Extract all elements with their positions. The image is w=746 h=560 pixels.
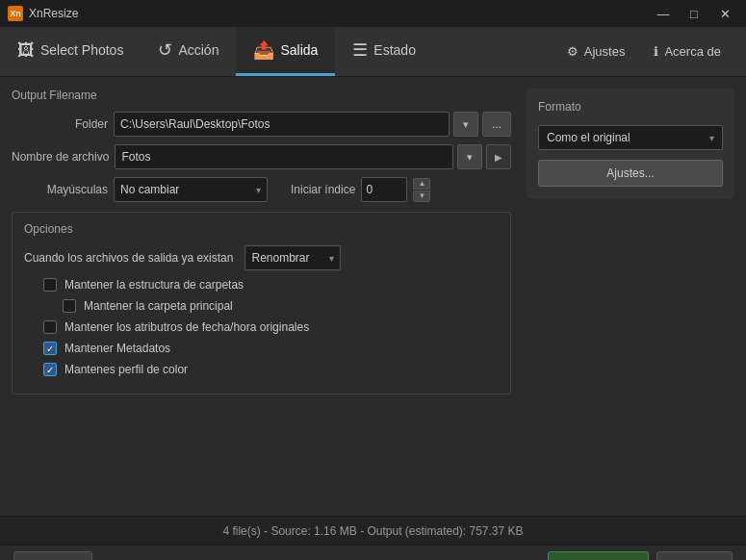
mantener-principal-checkbox[interactable] bbox=[63, 299, 76, 313]
nombre-label: Nombre de archivo bbox=[12, 150, 109, 164]
close-button[interactable]: ✕ bbox=[711, 4, 738, 23]
formato-dropdown[interactable]: Como el original ▾ bbox=[538, 125, 723, 150]
nombre-input[interactable] bbox=[115, 144, 453, 169]
opciones-title: Opciones bbox=[24, 222, 499, 236]
ajustes-label: Ajustes bbox=[584, 44, 626, 59]
nombre-group: ▾ ▶ bbox=[115, 144, 511, 169]
bottom-right: ▣ Convert Cerrar bbox=[548, 551, 733, 561]
nombre-play-btn[interactable]: ▶ bbox=[486, 144, 511, 169]
cuando-arrow-icon: ▾ bbox=[329, 253, 334, 264]
ajustes-gear-icon: ⚙ bbox=[567, 44, 579, 59]
mantener-atributos-row: Mantener los atributros de fecha/hora or… bbox=[24, 320, 499, 334]
mantener-metadatos-label: Mantener Metadatos bbox=[64, 342, 170, 355]
formato-arrow-icon: ▾ bbox=[709, 133, 714, 143]
main-content: Output Filename Folder ▾ ... Nombre de a… bbox=[0, 77, 746, 516]
toolbar-estado[interactable]: ☰ Estado bbox=[335, 27, 433, 76]
opciones-section: Opciones Cuando los archivos de salida y… bbox=[12, 212, 511, 395]
toolbar-spacer bbox=[433, 27, 542, 76]
nombre-dropdown-btn[interactable]: ▾ bbox=[457, 144, 482, 169]
mantener-principal-label: Mantener la carpeta principal bbox=[84, 299, 233, 313]
iniciar-indice-label: Iniciar índice bbox=[291, 183, 355, 196]
acerca-label: Acerca de bbox=[664, 44, 721, 59]
status-bar: 4 file(s) - Source: 1.16 MB - Output (es… bbox=[0, 516, 746, 545]
mantener-atributos-checkbox[interactable] bbox=[43, 320, 57, 334]
salida-label: Salida bbox=[280, 42, 318, 58]
ajustes-btn-label: Ajustes... bbox=[606, 166, 654, 180]
toolbar-ajustes[interactable]: ⚙ Ajustes bbox=[555, 38, 637, 64]
select-photos-icon: 🖼 bbox=[17, 40, 35, 61]
toolbar-acerca-de[interactable]: ℹ Acerca de bbox=[642, 38, 733, 64]
index-spin-down[interactable]: ▼ bbox=[413, 191, 430, 202]
mantener-carpetas-row: Mantener la estructura de carpetas bbox=[24, 278, 499, 292]
cuando-existan-dropdown[interactable]: Renombrar ▾ bbox=[244, 245, 341, 270]
mantener-metadatos-checkbox[interactable] bbox=[43, 342, 57, 355]
mayusculas-row: Mayúsculas No cambiar ▾ Iniciar índice ▲… bbox=[12, 177, 511, 202]
app-icon: Xn bbox=[8, 6, 23, 21]
output-filename-title: Output Filename bbox=[12, 89, 511, 102]
formato-title: Formato bbox=[538, 100, 723, 114]
iniciar-indice-group: Iniciar índice ▲ ▼ bbox=[291, 177, 430, 202]
toolbar-select-photos[interactable]: 🖼 Select Photos bbox=[0, 27, 141, 76]
folder-browse-btn[interactable]: ... bbox=[482, 112, 511, 137]
mantener-perfil-row: Mantenes perfil de color bbox=[24, 363, 499, 376]
formato-value: Como el original bbox=[547, 131, 630, 144]
right-panel: Formato Como el original ▾ Ajustes... bbox=[523, 89, 734, 504]
iniciar-indice-input[interactable] bbox=[361, 177, 407, 202]
toolbar-salida[interactable]: 📤 Salida bbox=[236, 27, 335, 76]
index-spin-up[interactable]: ▲ bbox=[413, 178, 430, 190]
index-spinner: ▲ ▼ bbox=[413, 178, 430, 202]
maximize-button[interactable]: □ bbox=[681, 4, 707, 23]
folder-label: Folder bbox=[12, 117, 108, 131]
bottom-bar: < Back ▣ Convert Cerrar bbox=[0, 545, 746, 560]
mantener-metadatos-row: Mantener Metadatos bbox=[24, 342, 499, 355]
acerca-icon: ℹ bbox=[654, 44, 658, 59]
salida-icon: 📤 bbox=[253, 39, 274, 61]
folder-group: ▾ ... bbox=[114, 112, 511, 137]
mayusculas-dropdown[interactable]: No cambiar ▾ bbox=[114, 177, 268, 202]
toolbar: 🖼 Select Photos ↺ Acción 📤 Salida ☰ Esta… bbox=[0, 27, 746, 77]
formato-panel: Formato Como el original ▾ Ajustes... bbox=[527, 89, 734, 198]
estado-label: Estado bbox=[373, 42, 416, 58]
title-bar-left: Xn XnResize bbox=[8, 6, 78, 21]
minimize-button[interactable]: — bbox=[650, 4, 677, 23]
title-bar-controls: — □ ✕ bbox=[650, 4, 738, 23]
title-bar: Xn XnResize — □ ✕ bbox=[0, 0, 746, 27]
back-button[interactable]: < Back bbox=[13, 551, 92, 561]
mayusculas-value: No cambiar bbox=[120, 183, 179, 196]
cuando-existan-value: Renombrar bbox=[251, 251, 309, 265]
folder-input[interactable] bbox=[114, 112, 450, 137]
left-panel: Output Filename Folder ▾ ... Nombre de a… bbox=[12, 89, 523, 504]
accion-label: Acción bbox=[178, 42, 219, 58]
folder-row: Folder ▾ ... bbox=[12, 112, 511, 137]
accion-icon: ↺ bbox=[158, 39, 172, 61]
nombre-row: Nombre de archivo ▾ ▶ bbox=[12, 144, 511, 169]
mantener-perfil-checkbox[interactable] bbox=[43, 363, 57, 376]
app-title: XnResize bbox=[29, 7, 78, 20]
select-photos-label: Select Photos bbox=[40, 42, 123, 58]
mantener-carpetas-checkbox[interactable] bbox=[43, 278, 57, 292]
mantener-atributos-label: Mantener los atributros de fecha/hora or… bbox=[64, 320, 309, 334]
ajustes-button[interactable]: Ajustes... bbox=[538, 160, 723, 187]
mayusculas-arrow: ▾ bbox=[256, 185, 261, 195]
bottom-left: < Back bbox=[13, 551, 92, 561]
cuando-existan-label: Cuando los archivos de salida ya existan bbox=[24, 251, 233, 265]
convert-button[interactable]: ▣ Convert bbox=[548, 551, 650, 561]
status-text: 4 file(s) - Source: 1.16 MB - Output (es… bbox=[222, 524, 523, 538]
cerrar-button[interactable]: Cerrar bbox=[656, 551, 733, 561]
mantener-perfil-label: Mantenes perfil de color bbox=[64, 363, 188, 376]
toolbar-right: ⚙ Ajustes ℹ Acerca de bbox=[542, 27, 746, 76]
cuando-existan-row: Cuando los archivos de salida ya existan… bbox=[24, 245, 499, 270]
estado-icon: ☰ bbox=[352, 39, 368, 61]
mantener-principal-row: Mantener la carpeta principal bbox=[24, 299, 499, 313]
folder-dropdown-btn[interactable]: ▾ bbox=[453, 112, 478, 137]
toolbar-accion[interactable]: ↺ Acción bbox=[141, 27, 236, 76]
mayusculas-label: Mayúsculas bbox=[12, 183, 108, 196]
mantener-carpetas-label: Mantener la estructura de carpetas bbox=[64, 278, 244, 292]
